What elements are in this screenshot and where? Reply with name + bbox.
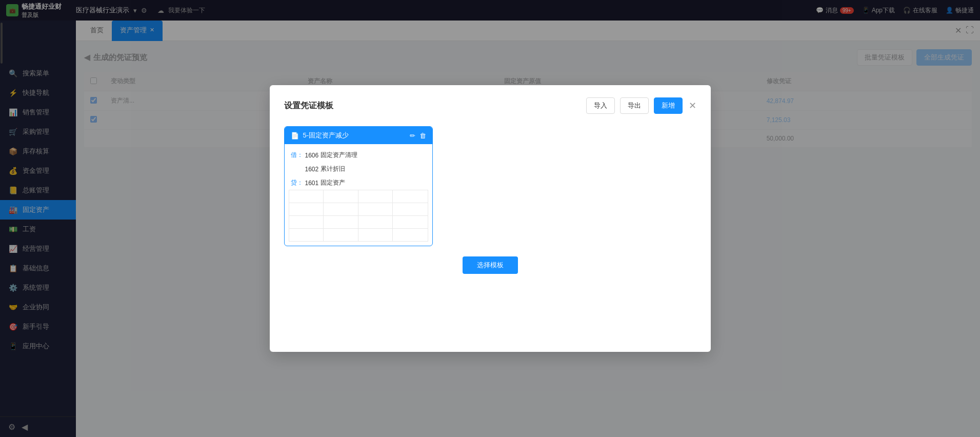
template-edit-icon[interactable]: ✏ [410, 132, 415, 140]
grid-cell [393, 190, 428, 203]
entry-name: 累计折旧 [321, 165, 345, 173]
modal-set-voucher-template: 设置凭证模板 导入 导出 新增 ✕ [270, 85, 711, 352]
template-grid-row [289, 203, 428, 216]
modal-overlay: 设置凭证模板 导入 导出 新增 ✕ [76, 41, 980, 437]
page-wrapper: ◀ 生成的凭证预览 批量凭证模板 全部生成凭证 [76, 41, 980, 437]
modal-title: 设置凭证模板 [284, 101, 333, 111]
entry-side-debit: 借： [291, 151, 303, 160]
main-area: 🔍 搜索菜单 ⚡ 快捷导航 📊 销售管理 🛒 采购管理 📦 库存核算 [0, 21, 980, 437]
template-card-body: 借： 1606 固定资产清理 1602 累计折旧 [285, 144, 432, 246]
modal-header: 设置凭证模板 导入 导出 新增 ✕ [284, 97, 696, 114]
grid-cell [358, 190, 393, 203]
template-entry-row: 1602 累计折旧 [285, 162, 432, 176]
modal-body: 📄 5-固定资产减少 ✏ 🗑 [284, 126, 696, 274]
template-grid [289, 190, 428, 242]
template-doc-icon: 📄 [291, 132, 299, 140]
export-btn[interactable]: 导出 [620, 97, 649, 114]
grid-cell [324, 203, 358, 215]
select-template-btn[interactable]: 选择模板 [463, 256, 518, 274]
template-card-actions: ✏ 🗑 [410, 132, 426, 140]
entry-code: 1606 [305, 152, 319, 159]
template-name: 5-固定资产减少 [303, 131, 349, 140]
template-grid-row [289, 229, 428, 241]
grid-cell [393, 229, 428, 241]
modal-toolbar: 导入 导出 新增 [586, 97, 683, 114]
new-btn[interactable]: 新增 [654, 97, 683, 114]
entry-name: 固定资产 [321, 178, 345, 187]
template-card: 📄 5-固定资产减少 ✏ 🗑 [284, 126, 433, 246]
template-entry-row: 借： 1606 固定资产清理 [285, 148, 432, 162]
template-card-header: 📄 5-固定资产减少 ✏ 🗑 [285, 127, 432, 144]
select-template-wrap: 选择模板 [284, 256, 696, 274]
grid-cell [358, 216, 393, 228]
grid-cell [324, 216, 358, 228]
entry-code: 1602 [305, 166, 319, 173]
content-area: 首页 资产管理 ✕ ✕ ⛶ ◀ 生成的凭证预览 [76, 21, 980, 437]
import-btn[interactable]: 导入 [586, 97, 615, 114]
template-card-header-left: 📄 5-固定资产减少 [291, 131, 349, 140]
template-entry-row: 贷： 1601 固定资产 [285, 176, 432, 190]
grid-cell [358, 229, 393, 241]
modal-close-icon[interactable]: ✕ [689, 100, 696, 111]
grid-cell [289, 203, 324, 215]
app-container: 💼 畅捷通好业财 普及版 医疗器械行业演示 ▾ ⚙ ☁ 我要体验一下 💬 消息 … [0, 0, 980, 437]
grid-cell [393, 216, 428, 228]
template-grid-row [289, 216, 428, 229]
entry-side-credit: 贷： [291, 178, 303, 187]
modal-header-right: 导入 导出 新增 ✕ [586, 97, 696, 114]
template-grid-row [289, 190, 428, 203]
grid-cell [289, 216, 324, 228]
grid-cell [393, 203, 428, 215]
grid-cell [289, 229, 324, 241]
grid-cell [324, 229, 358, 241]
grid-cell [358, 203, 393, 215]
grid-cell [289, 190, 324, 203]
grid-cell [324, 190, 358, 203]
entry-name: 固定资产清理 [321, 151, 357, 160]
template-delete-icon[interactable]: 🗑 [419, 132, 426, 140]
entry-code: 1601 [305, 180, 319, 187]
